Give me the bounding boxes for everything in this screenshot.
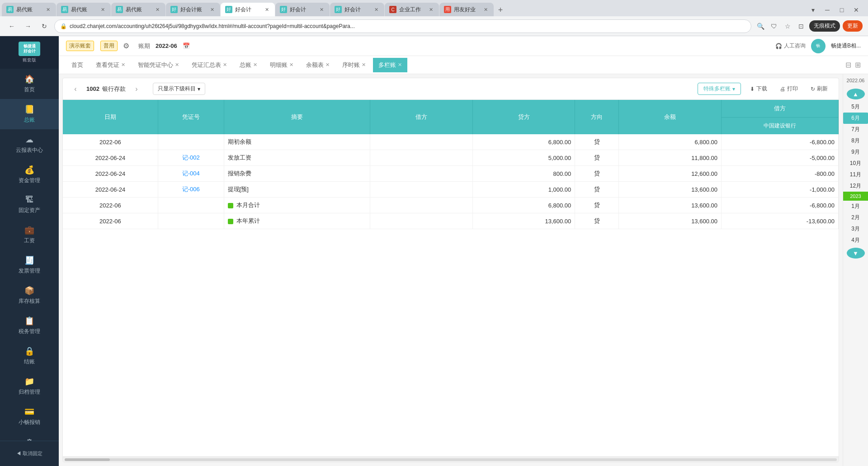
scroll-up-button[interactable]: ▲ — [847, 89, 865, 99]
new-tab-button[interactable]: + — [494, 4, 507, 16]
sidebar-item-closing[interactable]: 🔒 结账 — [0, 341, 59, 371]
sidebar-item-fund[interactable]: 💰 资金管理 — [0, 160, 59, 190]
minimize-button[interactable]: ─ — [821, 4, 834, 16]
sidebar-item-invoice[interactable]: 🧾 发票管理 — [0, 250, 59, 280]
scroll-down-button[interactable]: ▼ — [847, 248, 865, 259]
tab-close-8[interactable]: ✕ — [427, 6, 434, 13]
tab-detail-ledger[interactable]: 明细账 ✕ — [264, 58, 299, 72]
cal-december[interactable]: 12月 — [843, 180, 868, 192]
cal-october[interactable]: 10月 — [843, 158, 868, 169]
search-icon[interactable]: 🔍 — [755, 21, 766, 32]
window-close-button[interactable]: ✕ — [850, 4, 863, 16]
browser-tab-5[interactable]: 好 好会计 ✕ — [221, 3, 275, 16]
browser-tab-1[interactable]: 易 易代账 ✕ — [2, 3, 56, 16]
refresh-button[interactable]: ↻ — [38, 20, 51, 33]
sidebar-item-salary[interactable]: 💼 工资 — [0, 220, 59, 250]
tab-close-2[interactable]: ✕ — [99, 6, 106, 13]
forward-button[interactable]: → — [22, 20, 34, 33]
tab-sequence-ledger-close[interactable]: ✕ — [362, 62, 366, 68]
cell-direction-2: 贷 — [575, 166, 619, 182]
year-2023-tag[interactable]: 2023 — [843, 192, 868, 201]
sidebar-pin-button[interactable]: ◀ 取消固定 — [0, 447, 59, 461]
cal-june[interactable]: 6月 — [843, 113, 868, 124]
account-nav-next[interactable]: › — [131, 84, 142, 94]
sidebar-item-cloud-report[interactable]: ☁ 云报表中心 — [0, 129, 59, 160]
cal-august[interactable]: 8月 — [843, 135, 868, 146]
update-button[interactable]: 更新 — [843, 20, 863, 32]
cal-september[interactable]: 9月 — [843, 146, 868, 158]
sidebar-item-inventory[interactable]: 📦 库存核算 — [0, 280, 59, 311]
customer-service-button[interactable]: 🎧 人工咨询 — [775, 42, 806, 50]
address-input[interactable]: 🔒 cloud2.chanjet.com/accounting/uh26t264… — [54, 19, 751, 33]
browser-tab-6[interactable]: 好 好会计 ✕ — [275, 3, 330, 16]
star-icon[interactable]: ☆ — [782, 21, 793, 32]
browser-tab-8[interactable]: C 企业工作 ✕ — [385, 3, 439, 16]
special-ledger-button[interactable]: 特殊多栏账 ▾ — [698, 83, 741, 95]
cal-july[interactable]: 7月 — [843, 124, 868, 135]
voucher-link-2[interactable]: 记-004 — [182, 170, 200, 177]
back-button[interactable]: ← — [5, 20, 18, 33]
sidebar-item-fixed-asset[interactable]: 🏗 固定资产 — [0, 190, 59, 220]
tab-expand-icon[interactable]: ⊞ — [855, 61, 861, 69]
tab-balance-table-close[interactable]: ✕ — [326, 62, 330, 68]
tab-close-1[interactable]: ✕ — [44, 6, 52, 13]
tab-list-button[interactable]: ▾ — [807, 4, 819, 16]
tab-balance-table[interactable]: 余额表 ✕ — [301, 58, 335, 72]
cal-may[interactable]: 5月 — [843, 101, 868, 113]
print-button[interactable]: 🖨 打印 — [776, 83, 802, 94]
service-label: 人工咨询 — [784, 42, 806, 50]
tab-close-3[interactable]: ✕ — [154, 6, 161, 13]
tab-shrink-icon[interactable]: ⊟ — [845, 61, 851, 69]
cal-november[interactable]: 11月 — [843, 169, 868, 180]
voucher-link-3[interactable]: 记-006 — [182, 186, 200, 193]
refresh-button[interactable]: ↻ 刷新 — [807, 83, 831, 94]
cal-apr-2023[interactable]: 4月 — [843, 235, 868, 246]
sidebar-item-tax[interactable]: 📋 税务管理 — [0, 311, 59, 341]
shield-icon[interactable]: 🛡 — [769, 21, 779, 32]
tab-home[interactable]: 首页 — [66, 58, 89, 72]
tab-close-4[interactable]: ✕ — [208, 6, 216, 13]
download-button[interactable]: ⬇ 下载 — [746, 83, 771, 94]
account-nav-prev[interactable]: ‹ — [70, 84, 81, 94]
browser-tab-7[interactable]: 好 好会计 ✕ — [330, 3, 384, 16]
tab-sequence-ledger[interactable]: 序时账 ✕ — [337, 58, 371, 72]
sidebar-item-expense[interactable]: 💳 小畅报销 — [0, 401, 59, 432]
tab-close-5[interactable]: ✕ — [263, 6, 270, 13]
tab-voucher-view-close[interactable]: ✕ — [121, 62, 125, 68]
tab-multi-col-ledger[interactable]: 多栏账 ✕ — [373, 58, 407, 72]
tab-close-6[interactable]: ✕ — [318, 6, 325, 13]
maximize-button[interactable]: □ — [835, 4, 848, 16]
sidebar-item-ledger[interactable]: 📒 总账 — [0, 99, 59, 129]
tab-multi-col-ledger-close[interactable]: ✕ — [398, 62, 402, 68]
cal-jan-2023[interactable]: 1月 — [843, 201, 868, 212]
tab-detail-ledger-close[interactable]: ✕ — [289, 62, 293, 68]
tab-general-ledger-close[interactable]: ✕ — [253, 62, 257, 68]
sidebar-icon[interactable]: ⊡ — [796, 21, 807, 32]
scroll-thumb[interactable] — [65, 458, 110, 461]
tab-smart-voucher[interactable]: 智能凭证中心 ✕ — [132, 58, 184, 72]
cal-mar-2023[interactable]: 3月 — [843, 223, 868, 235]
stealth-mode-button[interactable]: 无痕模式 — [809, 20, 840, 32]
tab-general-ledger[interactable]: 总账 ✕ — [234, 58, 263, 72]
horizontal-scrollbar[interactable] — [63, 457, 839, 462]
sidebar-item-settings[interactable]: ⚙ 基础设置 — [0, 432, 59, 441]
settings-button[interactable]: ⚙ — [123, 42, 129, 50]
voucher-link-1[interactable]: 记-002 — [182, 154, 200, 161]
cal-feb-2023[interactable]: 2月 — [843, 212, 868, 223]
sidebar-item-archive[interactable]: 📁 归档管理 — [0, 371, 59, 401]
browser-tab-3[interactable]: 易 易代账 ✕ — [111, 3, 165, 16]
tab-voucher-summary[interactable]: 凭证汇总表 ✕ — [186, 58, 232, 72]
filter-dropdown[interactable]: 只显示下级科目 ▾ — [153, 83, 205, 95]
calendar-icon[interactable]: 📅 — [183, 42, 190, 49]
tab-voucher-summary-close[interactable]: ✕ — [223, 62, 227, 68]
browser-tab-2[interactable]: 易 易代账 ✕ — [57, 3, 111, 16]
browser-tab-4[interactable]: 好 好会计账 ✕ — [166, 3, 220, 16]
user-avatar[interactable]: 畅 — [811, 39, 826, 53]
tab-smart-voucher-close[interactable]: ✕ — [175, 62, 179, 68]
tab-close-7[interactable]: ✕ — [373, 6, 380, 13]
sidebar-item-home[interactable]: 🏠 首页 — [0, 69, 59, 99]
tab-close-9[interactable]: ✕ — [482, 6, 489, 13]
sidebar-item-fixed-asset-label: 固定资产 — [19, 207, 40, 214]
tab-voucher-view[interactable]: 查看凭证 ✕ — [90, 58, 131, 72]
browser-tab-9[interactable]: 用 用友好业 ✕ — [439, 3, 494, 16]
